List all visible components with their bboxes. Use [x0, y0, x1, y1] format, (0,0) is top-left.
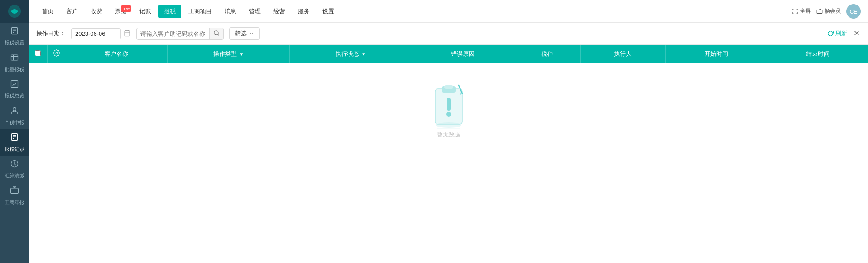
member-label: 畅会员 — [825, 7, 841, 15]
svg-rect-30 — [444, 85, 453, 89]
settings-icon[interactable] — [53, 49, 60, 57]
sidebar: 报税设置 批量报税 报税总览 个税申报 报税记录 汇算清缴 工商 — [0, 0, 29, 263]
piliang-baoshui-icon — [10, 53, 19, 65]
svg-rect-31 — [447, 98, 451, 111]
toolbar-actions: 刷新 — [827, 29, 861, 39]
sidebar-item-geshuishenba-label: 个税申报 — [5, 119, 24, 126]
fullscreen-button[interactable]: 全屏 — [792, 7, 811, 15]
search-box — [136, 28, 224, 40]
sort-icon-status: ▼ — [361, 52, 366, 57]
svg-rect-8 — [11, 81, 18, 88]
new-badge: new — [121, 5, 131, 12]
geshuishenba-icon — [10, 106, 19, 118]
member-button[interactable]: 畅会员 — [816, 7, 841, 15]
th-end-time: 结束时间 — [767, 45, 868, 63]
refresh-icon — [827, 30, 834, 37]
topnav-item-fuwu[interactable]: 服务 — [293, 5, 315, 18]
topnav-item-baoshui[interactable]: 报税 — [158, 5, 181, 18]
svg-point-9 — [13, 107, 16, 111]
search-input[interactable] — [137, 29, 209, 39]
sidebar-item-huisuan-jiaona-label: 汇算清缴 — [5, 172, 24, 179]
search-button[interactable] — [209, 28, 223, 39]
sidebar-item-gongshang-nianbao[interactable]: 工商年报 — [0, 182, 29, 209]
svg-point-23 — [214, 30, 218, 34]
svg-point-27 — [56, 52, 58, 54]
content: 操作日期： 筛选 刷新 — [29, 23, 868, 263]
close-icon — [853, 29, 861, 37]
svg-line-24 — [218, 34, 219, 35]
topnav-item-xiaoxi[interactable]: 消息 — [219, 5, 242, 18]
filter-button[interactable]: 筛选 — [229, 27, 260, 40]
topnav-item-homepage[interactable]: 首页 — [36, 5, 59, 18]
topnav-right: 全屏 畅会员 CE — [792, 4, 861, 19]
avatar[interactable]: CE — [846, 4, 861, 19]
sidebar-item-baoshui-zonlan-label: 报税总览 — [5, 93, 24, 99]
calendar-icon — [124, 29, 131, 38]
sidebar-item-baoshui-jilu[interactable]: 报税记录 — [0, 129, 29, 156]
close-button[interactable] — [853, 29, 861, 39]
topnav-items: 首页 客户 收费 票据 new 记账 报税 工商项目 消息 管理 经营 服务 设… — [36, 5, 792, 18]
main-wrapper: 首页 客户 收费 票据 new 记账 报税 工商项目 消息 管理 经营 服务 设… — [29, 0, 868, 263]
baoshui-shezhi-icon — [10, 26, 19, 39]
svg-rect-16 — [817, 10, 822, 13]
th-settings — [47, 45, 66, 63]
refresh-button[interactable]: 刷新 — [827, 29, 847, 38]
th-tax-type: 税种 — [513, 45, 581, 63]
topnav-item-shezhi[interactable]: 设置 — [317, 5, 340, 18]
th-start-time: 开始时间 — [665, 45, 767, 63]
sidebar-item-gongshang-nianbao-label: 工商年报 — [5, 199, 24, 206]
table-header: 客户名称 操作类型 ▼ 执行状态 ▼ 错误原因 税种 执行人 开始时间 — [29, 45, 868, 63]
date-picker — [71, 28, 131, 39]
sidebar-logo — [0, 0, 29, 23]
th-customer-name: 客户名称 — [66, 45, 168, 63]
svg-rect-15 — [11, 188, 19, 194]
sidebar-item-geshuishenba[interactable]: 个税申报 — [0, 102, 29, 129]
table-body: 暂无数据 — [29, 63, 868, 166]
sidebar-item-baoshui-shezhi[interactable]: 报税设置 — [0, 23, 29, 49]
topnav-item-jizhang[interactable]: 记账 — [134, 5, 157, 18]
refresh-label: 刷新 — [835, 29, 847, 38]
empty-illustration — [426, 81, 471, 131]
th-checkbox — [29, 45, 47, 63]
sort-icon-operation: ▼ — [239, 52, 244, 57]
baoshui-zonlan-icon — [10, 79, 19, 92]
topnav-item-shoufei[interactable]: 收费 — [85, 5, 108, 18]
sidebar-item-baoshui-jilu-label: 报税记录 — [5, 146, 24, 153]
sidebar-item-piliang-baoshui[interactable]: 批量报税 — [0, 49, 29, 76]
svg-point-32 — [446, 112, 451, 117]
topnav-item-jingying[interactable]: 经营 — [268, 5, 291, 18]
sidebar-item-piliang-baoshui-label: 批量报税 — [5, 66, 24, 73]
data-table: 客户名称 操作类型 ▼ 执行状态 ▼ 错误原因 税种 执行人 开始时间 — [29, 45, 868, 166]
topnav-item-customer[interactable]: 客户 — [61, 5, 83, 18]
table-wrapper: 客户名称 操作类型 ▼ 执行状态 ▼ 错误原因 税种 执行人 开始时间 — [29, 45, 868, 263]
svg-rect-19 — [125, 30, 130, 36]
date-input[interactable] — [71, 28, 121, 39]
select-all-checkbox[interactable] — [35, 50, 41, 56]
chevron-down-icon — [249, 31, 254, 36]
gongshang-nianbao-icon — [10, 185, 19, 198]
svg-text:CE: CE — [850, 9, 858, 15]
topnav-item-gongshang[interactable]: 工商项目 — [183, 5, 217, 18]
topnav-item-piao[interactable]: 票据 new — [110, 5, 132, 18]
th-executor: 执行人 — [581, 45, 666, 63]
th-operation-type: 操作类型 ▼ — [168, 45, 290, 63]
topnav: 首页 客户 收费 票据 new 记账 报税 工商项目 消息 管理 经营 服务 设… — [29, 0, 868, 23]
date-label: 操作日期： — [36, 29, 66, 38]
sidebar-item-huisuan-jiaona[interactable]: 汇算清缴 — [0, 156, 29, 182]
filter-label: 筛选 — [235, 29, 247, 38]
svg-rect-5 — [11, 55, 18, 60]
fullscreen-label: 全屏 — [800, 7, 811, 15]
huisuan-jiaona-icon — [10, 159, 19, 171]
sidebar-item-baoshui-shezhi-label: 报税设置 — [5, 39, 24, 46]
th-error-reason: 错误原因 — [412, 45, 513, 63]
sidebar-item-baoshui-zonlan[interactable]: 报税总览 — [0, 76, 29, 102]
topnav-item-guanli[interactable]: 管理 — [244, 5, 266, 18]
empty-state: 暂无数据 — [29, 63, 868, 166]
baoshui-jilu-icon — [10, 132, 19, 145]
th-exec-status: 执行状态 ▼ — [289, 45, 412, 63]
empty-text: 暂无数据 — [437, 131, 460, 139]
toolbar: 操作日期： 筛选 刷新 — [29, 23, 868, 45]
